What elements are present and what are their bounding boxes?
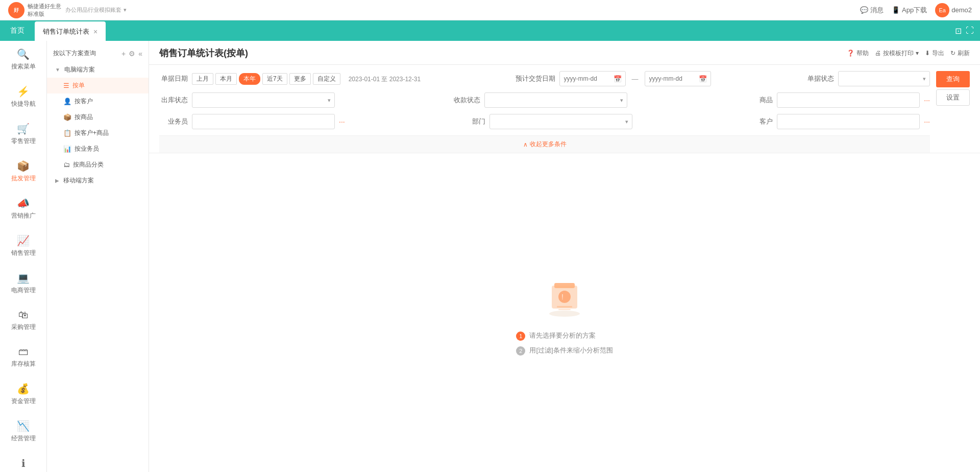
empty-hint-2: 2 用[过滤]条件来缩小分析范围 <box>516 346 612 356</box>
export-button[interactable]: ⬇ 导出 <box>925 49 944 58</box>
scheme-item-by-order[interactable]: ☰ 按单 <box>47 78 149 93</box>
scheme-icon-salesperson: 📊 <box>63 145 71 153</box>
salesperson-input[interactable] <box>192 114 335 129</box>
hint-num-1: 1 <box>516 332 525 341</box>
last7-btn[interactable]: 近7天 <box>262 73 287 85</box>
delivery-select-wrapper <box>192 92 335 108</box>
filter-row-3: 业务员 ··· 部门 <box>159 114 930 129</box>
message-button[interactable]: 💬 消息 <box>860 6 884 15</box>
delivery-select[interactable] <box>192 92 335 108</box>
this-year-btn[interactable]: 本年 <box>239 73 260 85</box>
scheme-group-desktop: ▼ 电脑端方案 ☰ 按单 👤 按客户 📦 按商品 📋 按客户+商品 <box>47 62 149 173</box>
expected-date-from-wrapper: 📅 <box>559 71 626 86</box>
customer-input[interactable] <box>777 114 920 129</box>
scheme-icon-order: ☰ <box>63 82 69 89</box>
payment-select[interactable] <box>484 92 627 108</box>
settings-scheme-button[interactable]: ⚙ <box>129 50 135 58</box>
query-button[interactable]: 查询 <box>936 71 970 87</box>
sidebar-item-ecommerce[interactable]: 💻 电商管理 <box>0 265 46 302</box>
sidebar-item-basic[interactable]: ℹ 基础信息 <box>0 450 46 472</box>
customer-more-btn[interactable]: ··· <box>924 117 930 126</box>
collapse-panel-button[interactable]: « <box>138 50 142 58</box>
app-download-button[interactable]: 📱 App下载 <box>892 6 927 15</box>
maximize-button[interactable]: ⛶ <box>966 26 974 35</box>
scheme-item-by-category[interactable]: 🗂 按商品分类 <box>47 157 149 173</box>
help-icon: ❓ <box>847 50 854 57</box>
sidebar-item-marketing[interactable]: 📣 营销推广 <box>0 190 46 227</box>
svg-text:!: ! <box>561 293 564 301</box>
this-month-btn[interactable]: 本月 <box>215 73 237 85</box>
collapse-up-icon: ∧ <box>523 141 528 148</box>
filter-row-1: 单据日期 上月 本月 本年 近7天 更多 自定义 2023-01-0 <box>159 71 930 86</box>
status-filter: 单据状态 <box>805 71 930 86</box>
phone-icon: 📱 <box>892 6 900 14</box>
more-btn[interactable]: 更多 <box>289 73 311 85</box>
panel-icons: + ⚙ « <box>121 50 142 58</box>
scheme-group-mobile[interactable]: ▶ 移动端方案 <box>47 173 149 188</box>
delivery-filter: 出库状态 <box>159 92 335 108</box>
sidebar-item-sales[interactable]: 📈 销售管理 <box>0 227 46 265</box>
expected-date-to[interactable] <box>645 71 711 86</box>
scheme-item-by-customer[interactable]: 👤 按客户 <box>47 93 149 109</box>
date-filter-group: 单据日期 上月 本月 本年 近7天 更多 自定义 <box>159 73 340 85</box>
date-range-display: 2023-01-01 至 2023-12-31 <box>349 74 421 84</box>
sidebar-item-shortcuts[interactable]: ⚡ 快捷导航 <box>0 78 46 115</box>
topbar: 好 畅捷通好生意 标准版 办公用品行业模拟账套 ▾ 💬 消息 📱 App下载 E… <box>0 0 980 20</box>
custom-btn[interactable]: 自定义 <box>313 73 340 85</box>
tabbar-right: ⊡ ⛶ <box>955 26 980 36</box>
goods-more-btn[interactable]: ··· <box>924 96 930 104</box>
sidebar-item-retail[interactable]: 🛒 零售管理 <box>0 115 46 153</box>
basic-icon: ℹ <box>21 457 26 469</box>
date-quick-buttons: 上月 本月 本年 近7天 更多 自定义 <box>192 73 340 85</box>
dept-select[interactable] <box>489 114 632 129</box>
tab-close-icon[interactable]: × <box>93 28 97 36</box>
page-header: 销售订单统计表(按单) ❓ 帮助 🖨 按模板打印 ▾ ⬇ 导出 <box>149 41 980 65</box>
help-button[interactable]: ❓ 帮助 <box>847 49 869 58</box>
expected-date-to-wrapper: 📅 <box>645 71 711 86</box>
salesperson-filter: 业务员 ··· <box>159 114 345 129</box>
tab-active[interactable]: 销售订单统计表 × <box>35 21 106 42</box>
add-scheme-button[interactable]: + <box>121 50 126 58</box>
customer-filter: 客户 ··· <box>744 114 930 129</box>
status-select[interactable] <box>838 71 930 86</box>
marketing-icon: 📣 <box>17 197 30 209</box>
empty-state: ! 1 请先选择要分析的方案 2 用[过滤]条件来缩小分析范围 <box>149 153 980 472</box>
scheme-item-by-salesperson[interactable]: 📊 按业务员 <box>47 141 149 157</box>
status-select-wrapper <box>838 71 930 86</box>
collapse-button[interactable]: ∧ 收起更多条件 <box>159 135 930 153</box>
payment-filter: 收款状态 <box>452 92 627 108</box>
sidebar-item-inventory[interactable]: 🗃 库存核算 <box>0 339 46 375</box>
main-layout: 🔍 搜索菜单 ⚡ 快捷导航 🛒 零售管理 📦 批发管理 📣 营销推广 📈 销售管… <box>0 41 980 472</box>
scheme-group-label[interactable]: ▼ 电脑端方案 <box>47 62 149 78</box>
sidebar-item-purchase[interactable]: 🛍 采购管理 <box>0 302 46 339</box>
scheme-icon-customer: 👤 <box>63 98 71 105</box>
scheme-item-by-customer-goods[interactable]: 📋 按客户+商品 <box>47 125 149 141</box>
tree-arrow-right: ▶ <box>55 178 59 183</box>
filter-main: 单据日期 上月 本月 本年 近7天 更多 自定义 2023-01-0 <box>159 71 930 153</box>
scheme-icon-customer-goods: 📋 <box>63 129 71 137</box>
export-icon: ⬇ <box>925 50 930 57</box>
ecommerce-icon: 💻 <box>17 272 30 284</box>
goods-input[interactable] <box>777 92 920 108</box>
template-print-button[interactable]: 🖨 按模板打印 ▾ <box>875 49 919 58</box>
refresh-icon: ↻ <box>950 50 955 57</box>
workspace-selector[interactable]: 办公用品行业模拟账套 ▾ <box>65 6 127 14</box>
sidebar-item-operations[interactable]: 📉 经营管理 <box>0 413 46 450</box>
expected-date-from[interactable] <box>559 71 626 86</box>
scheme-item-by-goods[interactable]: 📦 按商品 <box>47 109 149 125</box>
filter-row-2: 出库状态 收款状态 <box>159 92 930 108</box>
lightning-icon: ⚡ <box>17 85 30 98</box>
message-icon: 💬 <box>860 6 868 14</box>
refresh-button[interactable]: ↻ 刷新 <box>950 49 970 58</box>
last-month-btn[interactable]: 上月 <box>192 73 213 85</box>
tab-home[interactable]: 首页 <box>0 20 35 41</box>
hint-num-2: 2 <box>516 346 525 356</box>
salesperson-more-btn[interactable]: ··· <box>339 117 345 126</box>
settings-button[interactable]: 设置 <box>936 89 970 106</box>
sidebar-item-search[interactable]: 🔍 搜索菜单 <box>0 41 46 78</box>
user-profile[interactable]: Ea demo2 <box>935 3 972 17</box>
minimize-button[interactable]: ⊡ <box>955 26 962 36</box>
panel-header: 按以下方案查询 + ⚙ « <box>47 45 149 62</box>
sidebar-item-finance[interactable]: 💰 资金管理 <box>0 375 46 413</box>
sidebar-item-wholesale[interactable]: 📦 批发管理 <box>0 153 46 190</box>
